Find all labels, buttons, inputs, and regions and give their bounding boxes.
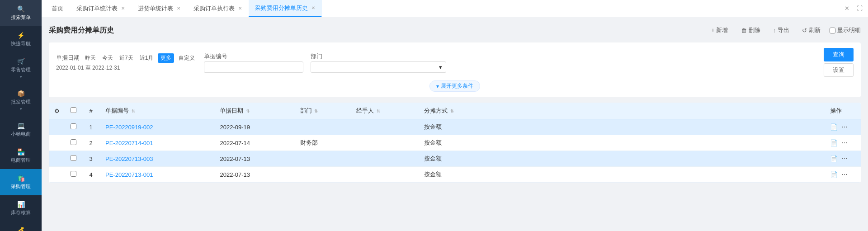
- date-filter-group: 单据日期 昨天 今天 近7天 近1月 更多 自定义 2022-01-01 至 2…: [56, 53, 197, 72]
- shortcut-more[interactable]: 更多: [158, 53, 174, 63]
- sidebar-item-label: 采购管理: [11, 183, 31, 190]
- select-all-checkbox[interactable]: [71, 107, 76, 113]
- col-split-method[interactable]: 分摊方式 ⇅: [419, 103, 825, 119]
- page-title: 采购费用分摊单历史: [49, 26, 114, 35]
- dept-select[interactable]: ▾: [311, 61, 446, 73]
- row-actions-cell: 📄 ⋯: [825, 151, 861, 167]
- col-split-method-label: 分摊方式: [424, 107, 448, 114]
- row-seq: 4: [82, 167, 100, 183]
- sidebar-item-retail[interactable]: 🛒 零售管理 ▾: [0, 52, 42, 85]
- view-icon[interactable]: 📄: [830, 171, 838, 178]
- quick-nav-icon: ⚡: [17, 32, 25, 39]
- show-cols-checkbox[interactable]: [830, 28, 835, 33]
- row-checkbox[interactable]: [71, 139, 76, 145]
- export-label: 导出: [778, 26, 789, 34]
- close-window-btn[interactable]: ✕: [843, 4, 851, 13]
- row-checkbox[interactable]: [71, 123, 76, 129]
- data-table: ⚙ # 单据编号 ⇅ 单据日期 ⇅ 部门 ⇅: [49, 103, 861, 183]
- tab-home[interactable]: 首页: [45, 0, 70, 17]
- export-icon: ↑: [773, 27, 776, 34]
- sidebar-item-label: 小畅电商: [11, 131, 31, 137]
- tab-close-icon[interactable]: ✕: [177, 6, 180, 11]
- row-seq: 3: [82, 151, 100, 167]
- view-icon[interactable]: 📄: [830, 155, 838, 162]
- delete-btn[interactable]: 🗑 删除: [737, 24, 764, 36]
- col-settings[interactable]: ⚙: [49, 103, 65, 119]
- sidebar-item-wholesale[interactable]: 📦 批发管理 ▾: [0, 85, 42, 117]
- doc-no-link[interactable]: PE-20220713-003: [105, 156, 153, 162]
- view-icon[interactable]: 📄: [830, 123, 838, 131]
- col-handler[interactable]: 经手人 ⇅: [351, 103, 419, 119]
- expand-conditions: ▾ 展开更多条件: [56, 80, 854, 92]
- shortcut-yesterday[interactable]: 昨天: [83, 53, 98, 63]
- shortcut-custom[interactable]: 自定义: [177, 53, 197, 63]
- export-btn[interactable]: ↑ 导出: [769, 24, 793, 36]
- expand-label: 展开更多条件: [441, 82, 473, 90]
- show-cols-label: 显示明细: [837, 26, 861, 34]
- more-icon[interactable]: ⋯: [841, 139, 848, 146]
- tab-purchase-order-stats[interactable]: 采购订单统计表✕: [70, 0, 132, 17]
- tab-purchase-cost-history[interactable]: 采购费用分摊单历史✕: [249, 0, 322, 17]
- query-btn[interactable]: 查询: [824, 48, 854, 61]
- row-checkbox[interactable]: [71, 155, 76, 161]
- col-seq: #: [82, 103, 100, 119]
- row-settings-cell: [49, 151, 65, 167]
- sidebar-item-label: 电商管理: [11, 157, 31, 164]
- more-icon[interactable]: ⋯: [841, 155, 848, 162]
- row-checkbox-cell[interactable]: [65, 135, 82, 151]
- col-doc-date[interactable]: 单据日期 ⇅: [214, 103, 294, 119]
- sidebar-item-finance[interactable]: 💰 资金管理: [0, 222, 42, 231]
- sidebar-item-label: 快捷导航: [11, 40, 31, 47]
- tab-close-icon[interactable]: ✕: [121, 6, 125, 11]
- doc-no-link[interactable]: PE-20220713-001: [105, 171, 153, 178]
- row-seq: 2: [82, 135, 100, 151]
- row-checkbox[interactable]: [71, 171, 76, 177]
- col-doc-no[interactable]: 单据编号 ⇅: [100, 103, 214, 119]
- col-dept[interactable]: 部门 ⇅: [295, 103, 351, 119]
- sidebar-item-label: 库存核算: [11, 209, 31, 216]
- expand-btn[interactable]: ▾ 展开更多条件: [429, 80, 480, 92]
- content-area: 采购费用分摊单历史 + 新增 🗑 删除 ↑ 导出 ↺ 刷新 显示明细: [42, 17, 868, 231]
- doc-no-link[interactable]: PE-20220714-001: [105, 140, 153, 146]
- row-handler: [351, 119, 419, 135]
- row-checkbox-cell[interactable]: [65, 151, 82, 167]
- row-doc-no: PE-20220713-003: [100, 151, 214, 167]
- date-range-display: 2022-01-01 至 2022-12-31: [56, 64, 197, 72]
- delete-icon: 🗑: [741, 27, 747, 34]
- sidebar-item-ecommerce[interactable]: 🏪 电商管理: [0, 143, 42, 169]
- tab-close-icon[interactable]: ✕: [311, 5, 315, 10]
- add-btn[interactable]: + 新增: [708, 24, 731, 36]
- filter-settings-btn[interactable]: 设置: [824, 63, 854, 77]
- row-settings-cell: [49, 135, 65, 151]
- refresh-btn[interactable]: ↺ 刷新: [798, 24, 824, 36]
- tab-close-icon[interactable]: ✕: [238, 6, 242, 11]
- more-icon[interactable]: ⋯: [841, 171, 848, 178]
- shortcut-today[interactable]: 今天: [100, 53, 115, 63]
- sidebar-item-inventory[interactable]: 📊 库存核算: [0, 195, 42, 222]
- tab-inbound-stats[interactable]: 进货单统计表✕: [132, 0, 187, 17]
- sidebar-item-search[interactable]: 🔍 搜索菜单: [0, 0, 42, 26]
- sidebar-item-purchase[interactable]: 🛍️ 采购管理: [0, 169, 42, 195]
- more-icon[interactable]: ⋯: [841, 123, 848, 131]
- sidebar-item-quick-nav[interactable]: ⚡ 快捷导航: [0, 26, 42, 52]
- shortcut-1month[interactable]: 近1月: [138, 53, 156, 63]
- shortcut-7days[interactable]: 近7天: [118, 53, 135, 63]
- show-cols-toggle[interactable]: 显示明细: [830, 26, 861, 34]
- sidebar-item-ecommerce-small[interactable]: 💻 小畅电商: [0, 117, 42, 143]
- tab-purchase-order-exec[interactable]: 采购订单执行表✕: [187, 0, 249, 17]
- wholesale-icon: 📦: [17, 90, 25, 97]
- row-checkbox-cell[interactable]: [65, 119, 82, 135]
- view-icon[interactable]: 📄: [830, 139, 838, 146]
- row-handler: [351, 167, 419, 183]
- refresh-icon: ↺: [802, 27, 807, 34]
- chevron-down-icon: ▾: [20, 75, 22, 79]
- doc-no-link[interactable]: PE-20220919-002: [105, 124, 153, 131]
- row-split-method: 按金额: [419, 135, 825, 151]
- row-handler: [351, 151, 419, 167]
- tab-bar: 首页采购订单统计表✕进货单统计表✕采购订单执行表✕采购费用分摊单历史✕ ✕ ⛶: [42, 0, 868, 17]
- doc-no-filter-group: 单据编号: [204, 52, 303, 73]
- col-checkbox[interactable]: [65, 103, 82, 119]
- doc-no-input[interactable]: [204, 61, 303, 73]
- row-checkbox-cell[interactable]: [65, 167, 82, 183]
- maximize-window-btn[interactable]: ⛶: [855, 4, 864, 13]
